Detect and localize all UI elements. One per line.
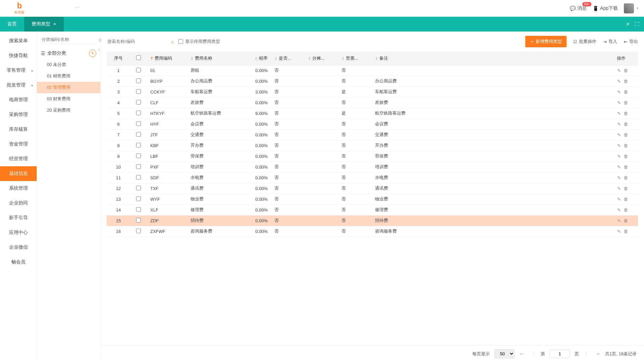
sidebar-item[interactable]: 采购管理 [0, 107, 37, 122]
edit-row-button[interactable]: ✎ [617, 100, 621, 105]
delete-row-button[interactable]: 🗑 [624, 68, 628, 73]
tab-home[interactable]: 首页 [0, 17, 24, 32]
search-icon[interactable]: ⌕ [171, 39, 174, 44]
row-checkbox[interactable] [136, 186, 141, 190]
edit-row-button[interactable]: ✎ [617, 175, 621, 180]
col-seq[interactable]: 序号 [107, 52, 130, 65]
edit-row-button[interactable]: ✎ [617, 132, 621, 137]
category-item[interactable]: 00 未分类 [37, 59, 100, 70]
close-all-button[interactable]: ✕ [626, 21, 630, 27]
category-item[interactable]: 02 管理费用 [37, 82, 100, 93]
sidebar-item[interactable]: 应用中心 [0, 225, 37, 240]
page-next-button[interactable]: 〉 [584, 351, 590, 357]
delete-row-button[interactable]: 🗑 [624, 175, 628, 180]
table-search-input[interactable] [107, 37, 171, 46]
table-row[interactable]: 7JTF交通费0.00%否否交通费✎🗑 [107, 129, 638, 140]
delete-row-button[interactable]: 🗑 [624, 89, 628, 95]
per-page-select[interactable]: 50 [494, 349, 515, 358]
category-all[interactable]: ☰ 全部分类 ✎ [37, 48, 100, 59]
edit-row-button[interactable]: ✎ [617, 207, 621, 213]
delete-row-button[interactable]: 🗑 [624, 122, 628, 127]
delete-row-button[interactable]: 🗑 [624, 218, 628, 223]
sidebar-item[interactable]: 经营管理 [0, 152, 37, 166]
edit-row-button[interactable]: ✎ [617, 122, 621, 127]
table-row[interactable]: 4CLF差旅费0.00%否否差旅费✎🗑 [107, 97, 638, 108]
delete-row-button[interactable]: 🗑 [624, 79, 628, 84]
table-row[interactable]: 8KBF开办费0.00%否否开办费✎🗑 [107, 140, 638, 151]
table-row[interactable]: 9LBF劳保费0.00%否否劳保费✎🗑 [107, 151, 638, 162]
row-checkbox[interactable] [136, 89, 141, 94]
import-button[interactable]: ⇥ 导入 [603, 39, 617, 45]
add-expense-type-button[interactable]: ＋ 新增费用类型 [525, 36, 567, 47]
delete-row-button[interactable]: 🗑 [624, 165, 628, 170]
row-checkbox[interactable] [136, 121, 141, 126]
batch-operate-button[interactable]: ☑ 批量操作 [573, 39, 596, 45]
collapse-panel-button[interactable]: 《 [95, 46, 101, 54]
table-row[interactable]: 16ZXFWF咨询服务费0.00%否否咨询服务费✎🗑 [107, 226, 638, 237]
delete-row-button[interactable]: 🗑 [624, 132, 628, 137]
category-item[interactable]: 03 财务费用 [37, 93, 100, 105]
sidebar-item[interactable]: 快捷导航 [0, 48, 37, 63]
row-checkbox[interactable] [136, 68, 141, 72]
row-checkbox[interactable] [136, 111, 141, 115]
sidebar-item[interactable]: 资金管理 [0, 137, 37, 152]
row-checkbox[interactable] [136, 218, 141, 223]
table-row[interactable]: 11SDF水电费0.00%否否水电费✎🗑 [107, 172, 638, 183]
row-checkbox[interactable] [136, 175, 141, 180]
table-row[interactable]: 5HTKYF航空铁路客运费9.00%否是航空铁路客运费✎🗑 [107, 108, 638, 119]
delete-row-button[interactable]: 🗑 [624, 186, 628, 191]
sidebar-item[interactable]: 批发管理▸ [0, 78, 37, 93]
page-prev-button[interactable]: 〈 [530, 351, 536, 357]
row-checkbox[interactable] [136, 229, 141, 233]
table-row[interactable]: 101房租0.00%否否✎🗑 [107, 65, 638, 76]
table-row[interactable]: 6HYF会议费0.00%否否会议费✎🗑 [107, 119, 638, 129]
delete-row-button[interactable]: 🗑 [624, 100, 628, 105]
edit-row-button[interactable]: ✎ [617, 79, 621, 84]
row-checkbox[interactable] [136, 196, 141, 201]
show-disabled-toggle[interactable]: 显示停用费用类型 [178, 39, 220, 45]
row-checkbox[interactable] [136, 207, 141, 212]
delete-row-button[interactable]: 🗑 [624, 207, 628, 213]
fullscreen-button[interactable]: ⛶ [635, 21, 639, 27]
edit-row-button[interactable]: ✎ [617, 89, 621, 95]
sidebar-item[interactable]: 基础信息 [0, 166, 37, 181]
page-number-input[interactable] [550, 350, 570, 358]
sidebar-item[interactable]: 库存核算 [0, 122, 37, 137]
delete-row-button[interactable]: 🗑 [624, 111, 628, 116]
edit-row-button[interactable]: ✎ [617, 229, 621, 234]
table-row[interactable]: 15ZDF招待费0.00%否否招待费✎🗑 [107, 215, 638, 226]
edit-row-button[interactable]: ✎ [617, 197, 621, 202]
messages-button[interactable]: 💬 消息 99+ [570, 5, 587, 11]
sidebar-item[interactable]: 系统管理 [0, 181, 37, 196]
edit-row-button[interactable]: ✎ [617, 186, 621, 191]
row-checkbox[interactable] [136, 78, 141, 83]
category-item[interactable]: 01 销售费用 [37, 70, 100, 82]
sidebar-item[interactable]: 企业协同 [0, 196, 37, 210]
row-checkbox[interactable] [136, 164, 141, 169]
col-code[interactable]: ▲▼费用编码 [147, 52, 187, 65]
company-selector[interactable]: ﹀ [36, 5, 90, 11]
tab-expense-type[interactable]: 费用类型 ✕ [24, 17, 64, 32]
category-search-input[interactable] [41, 35, 99, 44]
close-icon[interactable]: ✕ [53, 22, 56, 26]
row-checkbox[interactable] [136, 100, 141, 105]
edit-row-button[interactable]: ✎ [617, 143, 621, 148]
user-menu[interactable]: ▾ [624, 3, 639, 13]
sidebar-item[interactable]: 电商管理 [0, 93, 37, 107]
row-checkbox[interactable] [136, 154, 141, 158]
edit-row-button[interactable]: ✎ [617, 218, 621, 223]
delete-row-button[interactable]: 🗑 [624, 229, 628, 234]
app-download-button[interactable]: 📱 App下载 [593, 5, 618, 11]
edit-row-button[interactable]: ✎ [617, 165, 621, 170]
sidebar-item[interactable]: 企业微信 [0, 240, 37, 255]
col-voucher[interactable]: ▲▼普票... [338, 52, 372, 65]
delete-row-button[interactable]: 🗑 [624, 143, 628, 148]
table-row[interactable]: 13WYF物业费0.00%否否物业费✎🗑 [107, 194, 638, 204]
table-row[interactable]: 10PXF培训费0.00%否否培训费✎🗑 [107, 162, 638, 172]
edit-row-button[interactable]: ✎ [617, 154, 621, 159]
edit-row-button[interactable]: ✎ [617, 68, 621, 73]
select-all-checkbox[interactable] [136, 55, 141, 60]
sidebar-item[interactable]: 畅会员 [0, 255, 37, 269]
table-row[interactable]: 14XLF修理费0.00%否否修理费✎🗑 [107, 204, 638, 215]
page-last-button[interactable]: ⇥ [595, 351, 600, 356]
